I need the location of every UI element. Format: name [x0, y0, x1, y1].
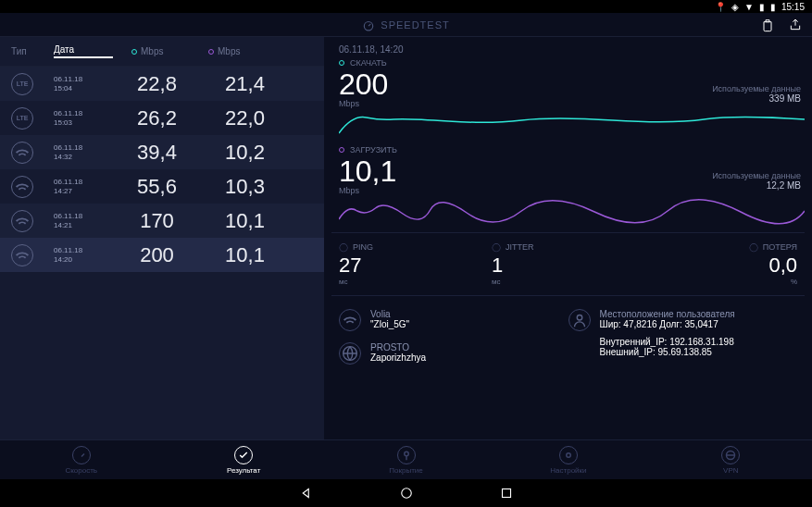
- table-header-row: Тип Дата Mbps Mbps: [0, 37, 324, 67]
- metrics-row: ◯PING 27 мс ◯JITTER 1 мс ◯ПОТЕРЯ 0,0 %: [331, 232, 805, 295]
- download-dot-icon: [339, 60, 344, 66]
- row-download: 55,6: [113, 175, 201, 199]
- upload-section: ЗАГРУЗИТЬ 10,1 Mbps Используемые данные1…: [331, 145, 805, 225]
- nav-coverage[interactable]: Покрытие: [325, 440, 487, 479]
- header-upload[interactable]: Mbps: [201, 46, 289, 56]
- wifi-icon: [339, 309, 361, 331]
- home-button[interactable]: [398, 485, 415, 501]
- svg-point-5: [567, 452, 571, 457]
- download-label: СКАЧАТЬ: [350, 58, 387, 68]
- nav-speed[interactable]: Скорость: [0, 440, 162, 479]
- detail-timestamp: 06.11.18, 14:20: [331, 37, 805, 58]
- connection-info: Volia"Zloi_5G" PROSTOZaporizhzhya Местоп…: [331, 295, 805, 389]
- row-upload: 22,0: [201, 106, 289, 130]
- row-upload: 10,2: [201, 141, 289, 165]
- nav-result[interactable]: Результат: [162, 440, 324, 479]
- android-nav-bar: [0, 479, 812, 507]
- upload-graph: [339, 197, 805, 225]
- download-section: СКАЧАТЬ 200 Mbps Используемые данные339 …: [331, 58, 805, 138]
- svg-point-3: [577, 315, 582, 321]
- status-time: 15:15: [781, 2, 805, 12]
- location-info: Местоположение пользователя Шир: 47,8216…: [568, 309, 798, 357]
- header-date[interactable]: Дата: [54, 44, 113, 58]
- lte-icon: LTE: [11, 107, 33, 130]
- delete-icon[interactable]: [760, 18, 775, 32]
- row-download: 22,8: [113, 72, 201, 96]
- row-upload: 10,1: [201, 243, 289, 267]
- row-upload: 21,4: [201, 72, 289, 96]
- app-header: SPEEDTEST: [0, 13, 812, 37]
- bottom-navigation: Скорость Результат Покрытие Настройки VP…: [0, 439, 812, 479]
- row-upload: 10,1: [201, 209, 289, 233]
- row-date: 06.11.1815:03: [54, 109, 113, 127]
- cell-status-icon: ▮: [759, 2, 765, 12]
- table-row[interactable]: 06.11.1814:2117010,1: [0, 204, 324, 238]
- row-date: 06.11.1814:20: [54, 246, 113, 264]
- location-icon: 📍: [715, 2, 726, 12]
- svg-point-4: [404, 451, 408, 456]
- app-title: SPEEDTEST: [362, 19, 449, 31]
- isp-info: Volia"Zloi_5G": [339, 309, 568, 331]
- ping-value: 27: [339, 254, 492, 278]
- lte-icon: LTE: [11, 73, 33, 95]
- user-icon: [568, 309, 591, 331]
- nav-vpn[interactable]: VPN: [650, 440, 812, 479]
- row-date: 06.11.1815:04: [54, 75, 113, 93]
- server-info: PROSTOZaporizhzhya: [339, 342, 568, 365]
- wifi-icon: [11, 210, 33, 232]
- sync-icon: ◈: [731, 2, 739, 12]
- table-row[interactable]: LTE06.11.1815:0422,821,4: [0, 67, 324, 101]
- results-table: Тип Дата Mbps Mbps LTE06.11.1815:0422,82…: [0, 37, 324, 439]
- upload-used-value: 12,2 MB: [712, 180, 801, 191]
- header-download[interactable]: Mbps: [113, 46, 201, 56]
- svg-rect-8: [502, 489, 510, 498]
- table-row[interactable]: 06.11.1814:2755,610,3: [0, 169, 324, 204]
- loss-value: 0,0: [644, 254, 797, 278]
- table-row[interactable]: 06.11.1814:3239,410,2: [0, 135, 324, 169]
- download-used-value: 339 MB: [712, 93, 801, 104]
- wifi-icon: [11, 142, 33, 164]
- recent-button[interactable]: [498, 485, 515, 501]
- wifi-status-icon: ▼: [744, 2, 754, 12]
- download-graph: [339, 110, 805, 138]
- android-status-bar: 📍 ◈ ▼ ▮ ▮ 15:15: [0, 0, 812, 13]
- upload-label: ЗАГРУЗИТЬ: [350, 145, 397, 155]
- row-download: 39,4: [113, 141, 201, 165]
- back-button[interactable]: [298, 485, 315, 501]
- svg-line-1: [369, 23, 370, 25]
- row-date: 06.11.1814:21: [54, 212, 113, 229]
- row-date: 06.11.1814:32: [54, 143, 113, 161]
- result-detail: 06.11.18, 14:20 СКАЧАТЬ 200 Mbps Использ…: [324, 37, 812, 439]
- wifi-icon: [11, 244, 33, 266]
- row-upload: 10,3: [201, 175, 289, 199]
- battery-status-icon: ▮: [770, 2, 776, 12]
- nav-settings[interactable]: Настройки: [487, 440, 649, 479]
- row-download: 170: [113, 209, 201, 233]
- loss-metric: ◯ПОТЕРЯ 0,0 %: [644, 242, 797, 286]
- jitter-value: 1: [492, 254, 644, 278]
- ping-metric: ◯PING 27 мс: [339, 242, 492, 286]
- table-row[interactable]: LTE06.11.1815:0326,222,0: [0, 101, 324, 135]
- upload-dot-icon: [339, 147, 344, 153]
- download-used-label: Используемые данные: [712, 84, 801, 93]
- row-download: 26,2: [113, 106, 201, 130]
- share-icon[interactable]: [788, 18, 803, 32]
- gauge-icon: [362, 19, 375, 31]
- main-content: Тип Дата Mbps Mbps LTE06.11.1815:0422,82…: [0, 37, 812, 439]
- table-row[interactable]: 06.11.1814:2020010,1: [0, 238, 324, 272]
- globe-icon: [339, 342, 361, 365]
- row-date: 06.11.1814:27: [54, 178, 113, 195]
- header-type[interactable]: Тип: [11, 46, 54, 56]
- upload-used-label: Используемые данные: [712, 171, 801, 180]
- row-download: 200: [113, 243, 201, 267]
- jitter-metric: ◯JITTER 1 мс: [492, 242, 644, 286]
- svg-point-7: [401, 488, 411, 499]
- wifi-icon: [11, 176, 33, 198]
